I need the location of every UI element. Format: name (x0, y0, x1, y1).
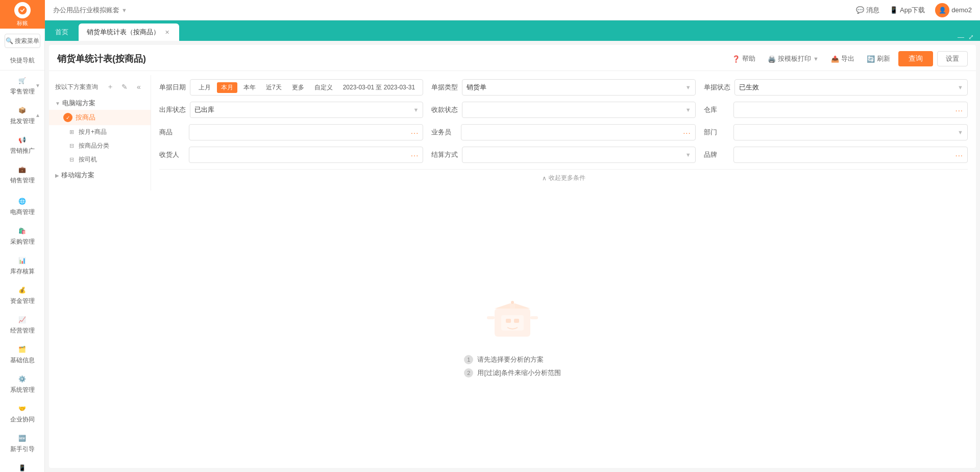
search-icon: 🔍 (6, 37, 13, 44)
sidebar-item-ecommerce[interactable]: 🌐 电商管理 (0, 191, 44, 221)
settlement-label: 结算方式 (431, 150, 458, 159)
sidebar-item-marketing[interactable]: 📢 营销推广 (0, 130, 44, 159)
ecommerce-label: 电商管理 (10, 208, 35, 217)
scheme-by-month-product[interactable]: ⊞ 按月+商品 (49, 125, 151, 139)
salesperson-input[interactable]: ··· (461, 124, 695, 140)
collapse-label: 收起更多条件 (549, 174, 585, 182)
operation-label: 经营管理 (10, 326, 35, 335)
tab-home[interactable]: 首页 (47, 23, 77, 41)
desktop-section-header[interactable]: ▼ 电脑端方案 (49, 97, 151, 110)
purchase-icon: 🛍️ (17, 226, 28, 236)
export-button[interactable]: 📤 导出 (827, 52, 859, 65)
sidebar-item-operation[interactable]: 📈 经营管理 (0, 310, 44, 339)
settlement-field: 结算方式 ▼ (431, 147, 695, 163)
add-scheme-button[interactable]: ＋ (105, 81, 116, 92)
app-download-button[interactable]: 📱 App下载 (890, 6, 925, 15)
warehouse-input[interactable]: ··· (733, 102, 968, 118)
collapse-panel-button[interactable]: « (133, 81, 144, 92)
user-menu[interactable]: 👤 demo2 (935, 3, 972, 17)
settlement-input[interactable]: ▼ (462, 147, 695, 163)
refresh-button[interactable]: 🔄 刷新 (863, 52, 894, 65)
payment-status-input[interactable]: ▼ (462, 102, 695, 118)
page-actions: ❓ 帮助 🖨️ 按模板打印 ▼ 📤 导出 🔄 刷新 (728, 51, 968, 66)
basic-label: 基础信息 (10, 356, 35, 365)
doc-type-input[interactable]: 销货单 ▼ (462, 79, 695, 96)
date-last-7days[interactable]: 近7天 (262, 82, 286, 93)
doc-status-input[interactable]: 已生效 ▼ (734, 79, 968, 96)
payment-status-label: 收款状态 (431, 105, 458, 114)
help-icon: ❓ (732, 55, 740, 63)
cooperation-icon: 🤝 (17, 404, 28, 414)
date-more[interactable]: 更多 (288, 82, 308, 93)
tab-bar: 首页 销货单统计表（按商品） ✕ — ⤢ (45, 20, 980, 41)
industry-selector[interactable]: 办公用品行业模拟账套 ▼ (53, 6, 127, 15)
brand-input[interactable]: ··· (733, 147, 968, 163)
settings-button[interactable]: 设置 (937, 51, 968, 66)
help-button[interactable]: ❓ 帮助 (728, 52, 760, 65)
tip-number-1: 1 (464, 355, 473, 364)
date-this-year[interactable]: 本年 (239, 82, 260, 93)
mobile-section-header[interactable]: ▶ 移动端方案 (49, 169, 151, 182)
message-button[interactable]: 💬 消息 (856, 6, 879, 15)
sidebar-item-inventory[interactable]: 📊 库存核算 (0, 250, 44, 280)
expand-icon: ▶ (55, 173, 59, 178)
marketing-icon: 📢 (17, 135, 28, 145)
active-scheme-icon: ✓ (63, 113, 72, 122)
date-this-month[interactable]: 本月 (217, 82, 237, 93)
storage-status-input[interactable]: 已出库 ▼ (190, 102, 423, 118)
product-label: 商品 (159, 128, 185, 137)
driver-icon: ⊟ (67, 156, 76, 164)
scheme-by-product[interactable]: ✓ 按商品 (49, 110, 151, 125)
filter-row-1: 单据日期 上月 本月 本年 近7天 更多 自定义 2023-03-01 至 20… (159, 79, 968, 96)
system-label: 系统管理 (10, 386, 35, 394)
tip-2-text: 用[过滤]条件来缩小分析范围 (477, 368, 560, 377)
more-options-icon[interactable]: ··· (411, 151, 419, 159)
query-button[interactable]: 查询 (898, 51, 933, 66)
search-menu-button[interactable]: 🔍 帮助 搜索菜单 (5, 34, 40, 48)
warehouse-field: 仓库 ··· (704, 102, 968, 118)
doc-type-value: 销货单 (467, 83, 683, 92)
sidebar-item-cooperation[interactable]: 🤝 企业协同 (0, 398, 44, 428)
sidebar-item-purchase[interactable]: 🛍️ 采购管理 (0, 221, 44, 250)
print-button[interactable]: 🖨️ 按模板打印 ▼ (764, 52, 823, 65)
scheme-by-driver[interactable]: ⊟ 按司机 (49, 153, 151, 167)
sidebar-item-system[interactable]: ⚙️ 系统管理 (0, 369, 44, 398)
department-input[interactable]: ▼ (733, 124, 968, 140)
sidebar-item-apps[interactable]: 📱 应用中心 (0, 458, 44, 472)
tab-close-button[interactable]: ✕ (163, 28, 171, 36)
sidebar-item-wholesale[interactable]: 📦 批发管理 ▲ (0, 100, 44, 130)
more-options-icon[interactable]: ··· (955, 106, 963, 114)
more-options-icon[interactable]: ··· (955, 151, 963, 159)
tab-expand-icon[interactable]: ⤢ (968, 33, 974, 41)
scheme-by-category[interactable]: ⊟ 按商品分类 (49, 139, 151, 153)
sidebar-item-finance[interactable]: 💰 资金管理 (0, 280, 44, 310)
more-options-icon[interactable]: ··· (683, 128, 691, 137)
date-label: 单据日期 (159, 83, 186, 92)
sidebar-item-newuser[interactable]: 🆕 新手引导 (0, 428, 44, 458)
product-input[interactable]: ··· (189, 124, 423, 140)
date-custom[interactable]: 自定义 (310, 82, 337, 93)
receiver-input[interactable]: ··· (189, 147, 423, 163)
edit-scheme-button[interactable]: ✎ (119, 81, 130, 92)
date-last-month[interactable]: 上月 (194, 82, 215, 93)
sidebar-item-retail[interactable]: 🛒 零售管理 ▼ (0, 70, 44, 100)
collapse-button[interactable]: ∧ 收起更多条件 (159, 169, 968, 186)
salesperson-label: 业务员 (431, 128, 457, 137)
chevron-down-icon: ▼ (685, 84, 691, 90)
print-dropdown-icon: ▼ (813, 56, 819, 62)
retail-icon: 🛒 (17, 76, 28, 86)
top-header: 办公用品行业模拟账套 ▼ 💬 消息 📱 App下载 👤 demo2 (45, 0, 980, 20)
storage-status-field: 出库状态 已出库 ▼ (159, 102, 423, 118)
empty-tip-2: 2 用[过滤]条件来缩小分析范围 (464, 368, 560, 377)
tab-minimize-icon[interactable]: — (958, 33, 964, 41)
tab-stats[interactable]: 销货单统计表（按商品） ✕ (79, 23, 179, 41)
sales-label: 销售管理 (10, 176, 35, 185)
payment-status-field: 收款状态 ▼ (431, 102, 695, 118)
sidebar-item-basic[interactable]: 🗂️ 基础信息 (0, 339, 44, 369)
sidebar-item-sales[interactable]: 💼 销售管理 (0, 159, 44, 189)
more-options-icon[interactable]: ··· (411, 128, 419, 137)
doc-status-value: 已生效 (739, 83, 955, 92)
logo-text: 标账 (17, 19, 28, 27)
app-download-label: App下载 (900, 6, 925, 15)
filter-row-4: 收货人 ··· 结算方式 ▼ (159, 147, 968, 163)
